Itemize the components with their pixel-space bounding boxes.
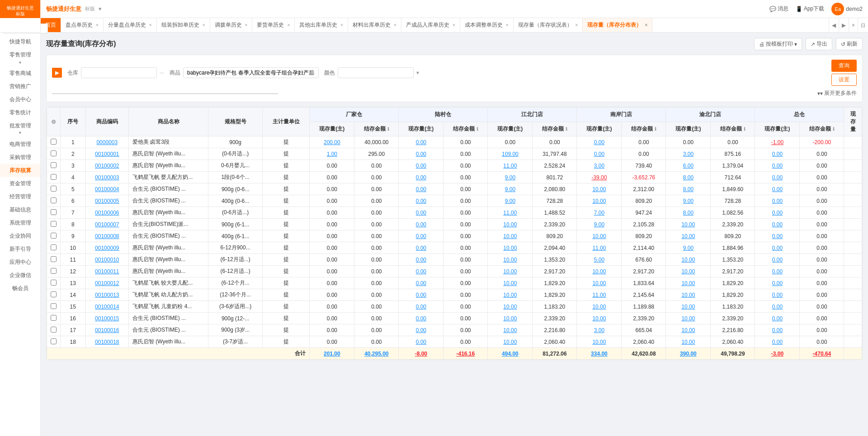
yb-qty-link[interactable]: 9.00 (683, 245, 693, 251)
jb-qty-link[interactable]: 10.00 (503, 339, 517, 345)
sidebar-item-purchase[interactable]: 采购管理 (0, 151, 40, 164)
jb-qty-link[interactable]: 10.00 (503, 221, 517, 228)
row-yb-qty[interactable]: 10.00 (666, 266, 711, 277)
total-qty-link[interactable]: 0.00 (772, 268, 783, 275)
code-link[interactable]: 00100007 (95, 221, 119, 228)
code-link[interactable]: 00100003 (95, 174, 119, 181)
sidebar-item-retail-stats[interactable]: 零售统计 (0, 106, 40, 119)
row-fc-qty[interactable]: 0.00 (310, 160, 354, 172)
yb-qty-link[interactable]: 10.00 (681, 327, 695, 333)
row-na-qty[interactable]: 3.00 (577, 160, 622, 172)
row-fc-qty[interactable]: 0.00 (310, 289, 354, 301)
close-icon[interactable]: × (506, 23, 509, 28)
code-link[interactable]: 00100011 (95, 268, 119, 275)
dropdown-arrow[interactable]: ▾ (99, 5, 102, 12)
row-yb-qty[interactable]: 10.00 (666, 289, 711, 301)
summary-yb-qty[interactable]: 390.00 (666, 348, 711, 360)
user-menu[interactable]: Ea demo2 (831, 3, 863, 15)
lc-qty-link[interactable]: 0.00 (416, 315, 426, 322)
sidebar-item-guide[interactable]: 新手引导 (0, 243, 40, 256)
row-yb-qty[interactable]: 10.00 (666, 336, 711, 348)
na-qty-link[interactable]: 9.00 (594, 221, 604, 228)
row-lc-qty[interactable]: 0.00 (399, 160, 443, 172)
jb-qty-link[interactable]: 9.00 (505, 186, 515, 192)
row-lc-qty[interactable]: 0.00 (399, 136, 443, 148)
info-icon[interactable]: ℹ (387, 127, 389, 131)
row-lc-qty[interactable]: 0.00 (399, 324, 443, 336)
row-checkbox[interactable] (47, 172, 61, 183)
close-icon[interactable]: × (287, 23, 290, 28)
row-select[interactable] (51, 291, 57, 297)
row-checkbox[interactable] (47, 219, 61, 230)
na-qty-link[interactable]: 10.00 (592, 268, 606, 275)
jb-qty-link[interactable]: 109.00 (502, 151, 519, 157)
code-link[interactable]: 00100013 (95, 292, 119, 298)
total-qty-link[interactable]: 0.00 (772, 163, 783, 169)
row-total-qty[interactable]: 0.00 (755, 207, 800, 219)
jb-qty-link[interactable]: 10.00 (503, 268, 517, 275)
row-total-qty[interactable]: 0.00 (755, 277, 800, 289)
yb-qty-link[interactable]: 10.00 (681, 221, 695, 228)
print-button[interactable]: 🖨 按模板打印 ▾ (754, 38, 802, 50)
row-total-qty[interactable]: 0.00 (755, 324, 800, 336)
app-download-button[interactable]: 📱 App下载 (796, 5, 824, 13)
lc-qty-link[interactable]: 0.00 (416, 186, 426, 192)
code-link[interactable]: 00100006 (95, 210, 119, 216)
lc-qty-link[interactable]: 0.00 (416, 198, 426, 204)
na-qty-link[interactable]: 0.00 (594, 139, 604, 145)
row-select[interactable] (51, 268, 57, 274)
sidebar-item-retail-mall[interactable]: 零售商城 (0, 67, 40, 80)
yb-qty-link[interactable]: 10.00 (681, 304, 695, 310)
na-qty-link[interactable]: 10.00 (592, 233, 606, 239)
row-checkbox[interactable] (47, 336, 61, 348)
lc-qty-link[interactable]: 0.00 (416, 257, 426, 263)
row-jb-qty[interactable]: 10.00 (488, 289, 533, 301)
row-fc-qty[interactable]: 0.00 (310, 183, 354, 195)
row-yb-qty[interactable]: 0.00 (666, 136, 711, 148)
row-select[interactable] (51, 280, 57, 286)
lc-qty-link[interactable]: 0.00 (416, 163, 426, 169)
total-qty-link[interactable]: 0.00 (772, 174, 783, 181)
na-qty-link[interactable]: 10.00 (592, 198, 606, 204)
info-icon[interactable]: ℹ (476, 127, 478, 131)
row-yb-qty[interactable]: 9.00 (666, 195, 711, 207)
code-link[interactable]: 00100005 (95, 198, 119, 204)
sidebar-item-operations[interactable]: 经营管理 (0, 190, 40, 203)
row-lc-qty[interactable]: 0.00 (399, 195, 443, 207)
row-yb-qty[interactable]: 9.00 (666, 242, 711, 254)
tab-order-history[interactable]: 要货单历史 × (252, 18, 295, 33)
lc-qty-link[interactable]: 0.00 (416, 139, 426, 145)
yb-qty-link[interactable]: 8.00 (683, 210, 693, 216)
row-total-qty[interactable]: 0.00 (755, 313, 800, 324)
row-jb-qty[interactable]: 10.00 (488, 266, 533, 277)
row-checkbox[interactable] (47, 266, 61, 277)
row-yb-qty[interactable]: 10.00 (666, 313, 711, 324)
row-select[interactable] (51, 221, 57, 227)
code-link[interactable]: 00100004 (95, 186, 119, 192)
row-select[interactable] (51, 327, 57, 333)
row-jb-qty[interactable]: 0.00 (488, 136, 533, 148)
row-total-qty[interactable]: 0.00 (755, 230, 800, 242)
row-total-qty[interactable]: 0.00 (755, 195, 800, 207)
row-total-qty[interactable]: 0.00 (755, 219, 800, 230)
tab-prev-button[interactable]: ◀ (829, 18, 839, 33)
row-fc-qty[interactable]: 0.00 (310, 336, 354, 348)
tab-close-all-button[interactable]: × (849, 18, 858, 33)
row-na-qty[interactable]: 10.00 (577, 277, 622, 289)
row-checkbox[interactable] (47, 160, 61, 172)
sidebar-item-member[interactable]: 会员中心 (0, 93, 40, 106)
na-qty-link[interactable]: -39.00 (591, 174, 607, 181)
export-button[interactable]: ↗ 导出 (806, 38, 832, 50)
message-button[interactable]: 💬 消息 (769, 5, 788, 13)
tab-split-inventory[interactable]: 分量盘点单历史 × (104, 18, 157, 33)
code-link[interactable]: 00100016 (95, 327, 119, 333)
yb-qty-link[interactable]: 10.00 (681, 339, 695, 345)
row-fc-qty[interactable]: 0.00 (310, 172, 354, 183)
jb-qty-link[interactable]: 10.00 (503, 304, 517, 310)
row-lc-qty[interactable]: 0.00 (399, 277, 443, 289)
row-checkbox[interactable] (47, 301, 61, 313)
row-total-qty[interactable]: -1.00 (755, 136, 800, 148)
row-jb-qty[interactable]: 10.00 (488, 242, 533, 254)
lc-qty-link[interactable]: 0.00 (416, 210, 426, 216)
jb-qty-link[interactable]: 10.00 (503, 257, 517, 263)
